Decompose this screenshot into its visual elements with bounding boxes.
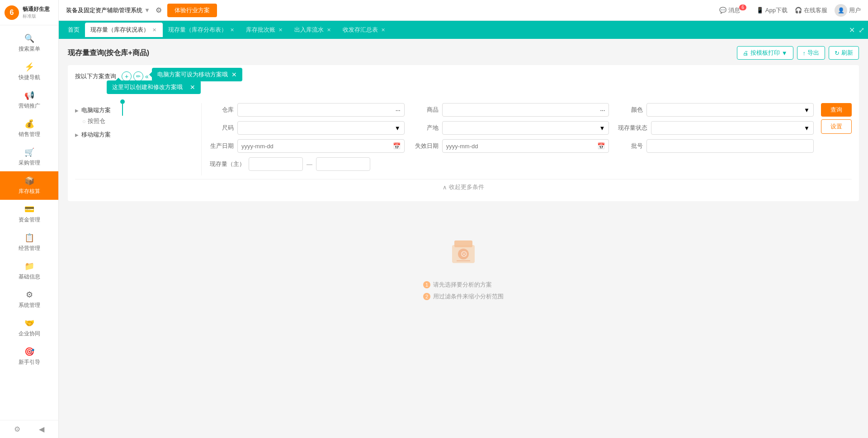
color-field: 颜色 ▼ — [618, 103, 814, 117]
batch-label: 批号 — [618, 142, 643, 150]
tab-batch-account[interactable]: 库存批次账 ✕ — [241, 23, 289, 37]
refresh-btn[interactable]: ↻ 刷新 — [829, 46, 859, 60]
tab-close-batch-account[interactable]: ✕ — [277, 27, 283, 33]
search-btn[interactable]: 查询 — [821, 103, 852, 117]
sidebar-item-system[interactable]: ⚙ 系统管理 — [0, 285, 58, 314]
header-settings-icon[interactable]: ⚙ — [156, 6, 162, 14]
scheme-add-btn[interactable]: + — [122, 71, 132, 81]
scheme-tree: ▶ 电脑端方案 ○ 按照仓 ▶ 移动端方案 — [75, 105, 194, 140]
close-all-tabs-icon[interactable]: ✕ — [849, 26, 855, 34]
batch-control — [646, 139, 814, 153]
tab-close-inventory-dist[interactable]: ✕ — [229, 27, 235, 33]
inventory-status-label: 现存量状态 — [618, 124, 647, 132]
expire-date-input-wrap[interactable]: 📅 — [442, 139, 609, 153]
produce-date-label: 生产日期 — [209, 142, 234, 150]
inventory-status-chevron: ▼ — [804, 125, 810, 132]
size-label: 尺码 — [209, 124, 234, 132]
inventory-main-label: 现存量（主） — [209, 160, 245, 168]
export-icon: ↑ — [803, 50, 806, 57]
origin-control: ▼ — [442, 121, 609, 135]
tab-inout-flow[interactable]: 出入库流水 ✕ — [289, 23, 337, 37]
filter-header-label: 按以下方案查询 — [75, 71, 116, 80]
sidebar-item-enterprise[interactable]: 🤝 企业协同 — [0, 314, 58, 342]
message-btn[interactable]: 💬 消息 6 — [719, 6, 749, 14]
filter-panel: 按以下方案查询 + ✏ « 电脑方案可设为移动方案哦 ✕ 这里可以创建和修改方案… — [68, 65, 859, 201]
sidebar-item-marketing[interactable]: 📢 营销推广 — [0, 86, 58, 114]
system-icon: ⚙ — [26, 290, 33, 300]
inventory-min-input[interactable] — [249, 157, 303, 171]
origin-select[interactable]: ▼ — [442, 121, 609, 135]
filter-action-btns: 查询 设置 — [821, 103, 852, 175]
tab-close-summary[interactable]: ✕ — [380, 27, 386, 33]
logo-text: 畅通好生意 标准版 — [23, 5, 50, 19]
system-title[interactable]: 装备及固定资产辅助管理系统 ▼ — [66, 6, 150, 14]
main-area: 装备及固定资产辅助管理系统 ▼ ⚙ 体验行业方案 💬 消息 6 📱 App下载 … — [59, 0, 868, 438]
tree-expand-icon-2: ▶ — [75, 132, 79, 137]
scheme-edit-btn[interactable]: ✏ — [133, 71, 143, 81]
sidebar-item-guide[interactable]: 🎯 新手引导 — [0, 342, 58, 371]
tab-close-inout-flow[interactable]: ✕ — [326, 27, 332, 33]
size-select[interactable]: ▼ — [237, 121, 405, 135]
color-select[interactable]: ▼ — [646, 103, 814, 117]
settings-footer-btn[interactable]: ⚙ — [14, 425, 20, 433]
purchase-icon: 🛒 — [24, 147, 34, 157]
tab-close-inventory-status[interactable]: ✕ — [151, 27, 157, 33]
tab-home[interactable]: 首页 — [62, 23, 85, 37]
expire-date-label: 失效日期 — [414, 142, 439, 150]
online-service-btn[interactable]: 🎧 在线客服 — [795, 6, 827, 14]
app-download-btn[interactable]: 📱 App下载 — [756, 6, 788, 14]
finance-icon: 💳 — [24, 204, 34, 214]
industry-btn[interactable]: 体验行业方案 — [167, 4, 217, 17]
message-icon: 💬 — [719, 7, 726, 14]
pc-scheme-item[interactable]: ▶ 电脑端方案 — [75, 105, 194, 116]
tab-inventory-status[interactable]: 现存量（库存状况表） ✕ — [85, 23, 163, 37]
sidebar-item-purchase[interactable]: 🛒 采购管理 — [0, 143, 58, 171]
collapse-sidebar-btn[interactable]: ◀ — [39, 425, 44, 433]
collapse-up-icon: ∧ — [443, 184, 447, 191]
filter-row-1: 仓库 ··· 商品 — [209, 103, 814, 117]
edit-tooltip-text: 这里可以创建和修改方案哦 — [112, 83, 183, 91]
search-icon: 🔍 — [24, 33, 34, 43]
warehouse-field: 仓库 ··· — [209, 103, 405, 117]
sub-item-dot: ○ — [82, 118, 86, 125]
sidebar-item-quick-nav[interactable]: ⚡ 快捷导航 — [0, 57, 58, 86]
expire-date-start-input[interactable] — [446, 143, 598, 150]
produce-date-input-wrap[interactable]: 📅 — [237, 139, 405, 153]
calendar-icon-2: 📅 — [597, 142, 605, 150]
pc-scheme-sub: ○ 按照仓 — [82, 116, 194, 127]
export-btn[interactable]: ↑ 导出 — [797, 46, 826, 60]
sub-item-by-warehouse[interactable]: ○ 按照仓 — [82, 116, 194, 127]
expire-date-control: 📅 — [442, 139, 609, 153]
sidebar-item-inventory[interactable]: 📦 库存核算 — [0, 171, 58, 200]
quick-nav-icon: ⚡ — [24, 62, 34, 72]
top-header: 装备及固定资产辅助管理系统 ▼ ⚙ 体验行业方案 💬 消息 6 📱 App下载 … — [59, 0, 868, 21]
sidebar-item-finance[interactable]: 💳 资金管理 — [0, 200, 58, 228]
mobile-scheme-item[interactable]: ▶ 移动端方案 — [75, 129, 194, 140]
expire-date-field: 失效日期 📅 — [414, 139, 609, 153]
tab-summary[interactable]: 收发存汇总表 ✕ — [337, 23, 392, 37]
set-btn[interactable]: 设置 — [821, 119, 852, 134]
scheme-tooltip-close[interactable]: ✕ — [231, 71, 237, 78]
inventory-max-input[interactable] — [316, 157, 370, 171]
inventory-status-select[interactable]: ▼ — [651, 121, 814, 135]
headset-icon: 🎧 — [795, 7, 802, 14]
size-chevron: ▼ — [395, 125, 401, 132]
user-btn[interactable]: 👤 用户 — [835, 4, 861, 17]
batch-input[interactable] — [646, 139, 814, 153]
sidebar-item-sales[interactable]: 💰 销售管理 — [0, 114, 58, 143]
fullscreen-icon[interactable]: ⤢ — [859, 26, 864, 34]
produce-date-start-input[interactable] — [241, 143, 393, 150]
sidebar-item-search[interactable]: 🔍 搜索菜单 — [0, 29, 58, 57]
dropdown-icon: ▼ — [144, 7, 150, 14]
edit-tooltip-close[interactable]: ✕ — [190, 84, 195, 91]
template-print-btn[interactable]: 🖨 按模板打印 ▼ — [737, 46, 793, 60]
tab-inventory-dist[interactable]: 现存量（库存分布表） ✕ — [163, 23, 241, 37]
scheme-arrow-left-btn[interactable]: « — [145, 73, 149, 80]
sidebar-item-operations[interactable]: 📋 经营管理 — [0, 228, 58, 257]
sidebar-item-basic-info[interactable]: 📁 基础信息 — [0, 257, 58, 285]
collapse-row[interactable]: ∧ 收起更多条件 — [75, 179, 852, 195]
goods-select[interactable]: ··· — [442, 103, 609, 117]
warehouse-select[interactable]: ··· — [237, 103, 405, 117]
tab-end-icons: ✕ ⤢ — [849, 26, 864, 34]
origin-field: 产地 ▼ — [414, 121, 609, 135]
